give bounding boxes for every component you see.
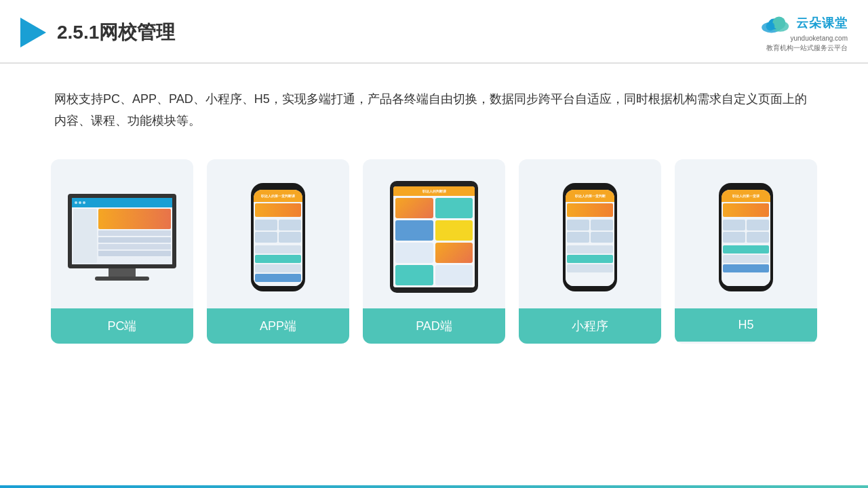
pc-screen (68, 194, 176, 268)
card-pc-image (51, 159, 193, 308)
bottom-accent-line (0, 485, 868, 488)
card-h5-image: 职达人的第一堂课 (675, 159, 817, 308)
card-h5: 职达人的第一堂课 (675, 159, 817, 344)
description-text: 网校支持PC、APP、PAD、小程序、H5，实现多端打通，产品各终端自由切换，数… (0, 64, 868, 139)
logo-brand-row: 云朵课堂 (760, 12, 848, 34)
svg-point-4 (766, 22, 775, 30)
card-app-image: 职达人的第一堂判断课 (207, 159, 349, 308)
phone-mockup-app: 职达人的第一堂判断课 (251, 183, 305, 291)
card-app-label: APP端 (207, 308, 349, 344)
card-miniapp-label: 小程序 (519, 308, 661, 344)
card-pc: PC端 (51, 159, 193, 344)
logo-tagline: yunduoketang.com 教育机构一站式服务云平台 (766, 34, 848, 53)
phone-mockup-h5: 职达人的第一堂课 (719, 183, 773, 291)
cloud-logo-icon (760, 12, 792, 34)
card-pad-image: 职达人的判断课 (363, 159, 505, 308)
tablet-mockup: 职达人的判断课 (390, 181, 478, 293)
pc-mockup (68, 194, 176, 281)
card-pad-label: PAD端 (363, 308, 505, 344)
cards-container: PC端 职达人的第一堂判断课 (0, 139, 868, 364)
logo-url: yunduoketang.com (766, 34, 848, 43)
card-miniapp-image: 职达人的第一堂判断 (519, 159, 661, 308)
page-title: 2.5.1网校管理 (57, 20, 175, 45)
title-num: 2.5.1网校管理 (57, 22, 175, 43)
card-app: 职达人的第一堂判断课 (207, 159, 349, 344)
phone-mockup-miniapp: 职达人的第一堂判断 (563, 183, 617, 291)
logo-tagline-text: 教育机构一站式服务云平台 (766, 43, 848, 53)
card-pad: 职达人的判断课 PAD端 (363, 159, 505, 344)
play-icon (20, 18, 46, 47)
logo-name: 云朵课堂 (796, 15, 848, 31)
page-header: 2.5.1网校管理 云朵课堂 yunduoketang.com 教育机构一站式服… (0, 0, 868, 64)
card-pc-label: PC端 (51, 308, 193, 344)
logo-area: 云朵课堂 yunduoketang.com 教育机构一站式服务云平台 (760, 12, 848, 53)
header-left: 2.5.1网校管理 (20, 18, 175, 47)
description-paragraph: 网校支持PC、APP、PAD、小程序、H5，实现多端打通，产品各终端自由切换，数… (54, 88, 814, 132)
card-miniapp: 职达人的第一堂判断 (519, 159, 661, 344)
card-h5-label: H5 (675, 308, 817, 342)
